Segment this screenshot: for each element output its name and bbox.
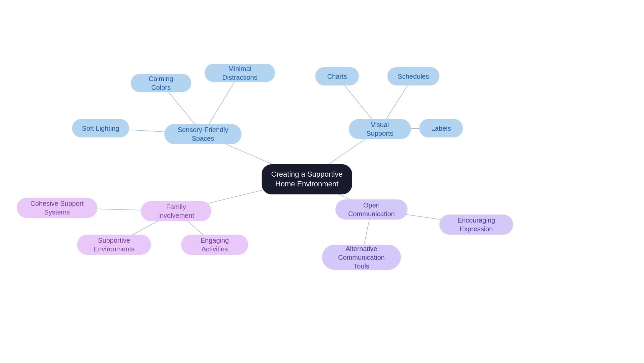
family-involvement-node[interactable]: Family Involvement — [141, 201, 211, 221]
soft-lighting-node[interactable]: Soft Lighting — [72, 119, 129, 137]
alt-communication-node[interactable]: Alternative Communication Tools — [322, 245, 401, 270]
schedules-node[interactable]: Schedules — [387, 67, 439, 85]
open-communication-node[interactable]: Open Communication — [335, 199, 408, 220]
minimal-distractions-node[interactable]: Minimal Distractions — [205, 64, 275, 82]
encouraging-expression-node[interactable]: Encouraging Expression — [439, 215, 513, 235]
charts-node[interactable]: Charts — [315, 67, 359, 85]
sensory-friendly-node[interactable]: Sensory-Friendly Spaces — [164, 124, 241, 144]
supportive-environments-node[interactable]: Supportive Environments — [77, 235, 151, 255]
labels-node[interactable]: Labels — [419, 119, 463, 137]
mindmap-container: Creating a Supportive Home EnvironmentSe… — [0, 0, 644, 363]
engaging-activities-node[interactable]: Engaging Activities — [181, 235, 248, 255]
cohesive-support-node[interactable]: Cohesive Support Systems — [17, 198, 97, 218]
center-node[interactable]: Creating a Supportive Home Environment — [262, 164, 352, 194]
calming-colors-node[interactable]: Calming Colors — [131, 74, 191, 92]
visual-supports-node[interactable]: Visual Supports — [349, 119, 411, 139]
